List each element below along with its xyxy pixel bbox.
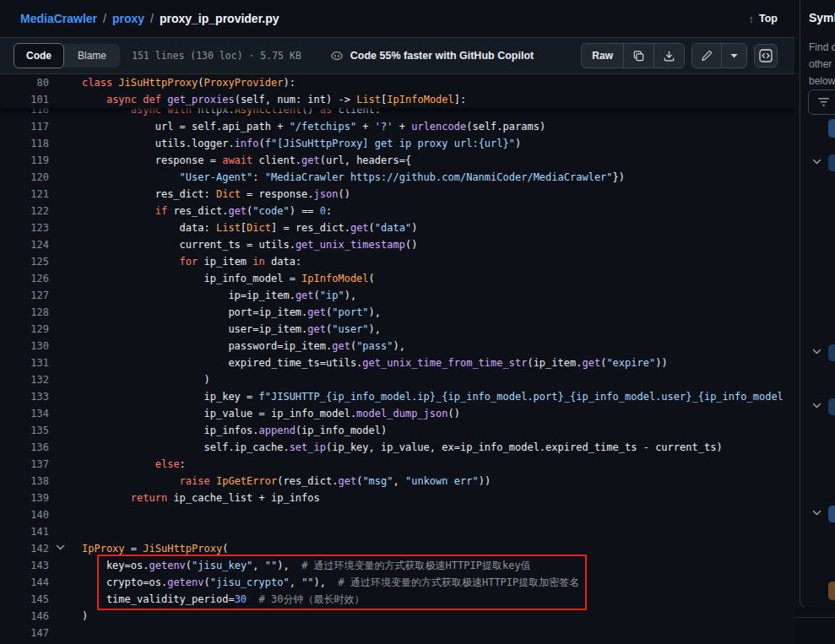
copilot-icon — [330, 49, 344, 62]
back-to-top-label: Top — [759, 13, 778, 24]
file-meta-info: 151 lines (130 loc) · 5.75 KB — [132, 50, 301, 62]
line-number[interactable]: 129 — [0, 321, 49, 338]
code-line: 142IpProxy = JiSuHttpProxy( — [0, 540, 794, 557]
code-line-content: res_dict: Dict = response.json() — [49, 186, 350, 203]
code-line-content: current_ts = utils.get_unix_timestamp() — [49, 236, 417, 253]
arrow-up-icon: ↑ — [749, 13, 755, 25]
line-number[interactable]: 119 — [0, 152, 49, 169]
code-line-content: ) — [49, 608, 88, 625]
raw-copy-download-group: Raw — [581, 43, 685, 68]
line-number[interactable]: 132 — [0, 371, 49, 388]
symbols-filter-input[interactable] — [808, 89, 835, 115]
collapse-chevron-icon[interactable] — [56, 544, 65, 551]
line-number[interactable]: 142 — [0, 540, 49, 557]
tab-code[interactable]: Code — [14, 43, 64, 68]
code-line: 129 user=ip_item.get("user"), — [0, 321, 794, 338]
breadcrumb-repo-link[interactable]: MediaCrawler — [20, 12, 97, 25]
line-number[interactable]: 140 — [0, 506, 49, 523]
code-line: 118 utils.logger.info(f"[JiSuHttpProxy] … — [0, 135, 794, 152]
symbol-chip[interactable] — [828, 154, 835, 171]
line-number[interactable]: 122 — [0, 203, 49, 219]
code-line: 141 — [0, 523, 794, 540]
breadcrumb-separator: / — [150, 12, 154, 25]
line-number[interactable]: 147 — [0, 625, 49, 641]
panel-footer-area — [794, 607, 835, 644]
edit-pencil-icon — [701, 50, 713, 62]
line-number[interactable]: 127 — [0, 287, 49, 304]
code-line: 147 — [0, 625, 794, 641]
code-lines: 116 async with httpx.AsyncClient() as cl… — [0, 101, 794, 641]
copilot-promo[interactable]: Code 55% faster with GitHub Copilot — [330, 49, 534, 62]
download-button[interactable] — [654, 44, 684, 68]
code-line: 132 ) — [0, 371, 794, 388]
edit-dropdown-button[interactable] — [722, 44, 746, 68]
line-number[interactable]: 137 — [0, 456, 49, 473]
line-number[interactable]: 121 — [0, 186, 49, 203]
breadcrumb-folder-link[interactable]: proxy — [112, 12, 144, 25]
symbol-chip[interactable] — [828, 119, 835, 138]
line-number[interactable]: 143 — [0, 557, 49, 574]
code-line-content: data: List[Dict] = res_dict.get("data") — [49, 219, 417, 236]
line-number[interactable]: 125 — [0, 253, 49, 270]
code-line-content: class JiSuHttpProxy(ProxyProvider): — [49, 74, 296, 91]
line-number[interactable]: 120 — [0, 169, 49, 186]
line-number[interactable]: 130 — [0, 338, 49, 354]
line-number[interactable]: 136 — [0, 439, 49, 456]
code-line: 80class JiSuHttpProxy(ProxyProvider): — [0, 74, 794, 91]
chevron-down-icon[interactable] — [812, 510, 821, 517]
line-number[interactable]: 117 — [0, 118, 49, 135]
code-line-content: ip_key = f"JISUHTTP_{ip_info_model.ip}_{… — [49, 388, 783, 405]
chevron-down-icon[interactable] — [812, 349, 821, 355]
line-number[interactable]: 128 — [0, 304, 49, 321]
line-number[interactable]: 144 — [0, 574, 49, 591]
line-number[interactable]: 145 — [0, 591, 49, 608]
code-line-content: time_validity_period=30 # 30分钟（最长时效） — [49, 591, 364, 608]
line-number[interactable]: 138 — [0, 473, 49, 490]
code-line: 122 if res_dict.get("code") == 0: — [0, 203, 794, 219]
code-line-content: ) — [49, 371, 210, 388]
line-number[interactable]: 124 — [0, 236, 49, 253]
download-icon — [663, 50, 675, 62]
symbols-panel-toggle-button[interactable] — [754, 44, 778, 68]
raw-button[interactable]: Raw — [582, 44, 624, 68]
line-number[interactable]: 141 — [0, 523, 49, 540]
symbol-chip[interactable] — [828, 398, 835, 415]
line-number[interactable]: 146 — [0, 608, 49, 625]
line-number[interactable]: 101 — [0, 91, 49, 108]
line-number[interactable]: 80 — [0, 74, 49, 91]
code-line: 140 — [0, 506, 794, 523]
code-line-content — [49, 506, 82, 523]
line-number[interactable]: 131 — [0, 354, 49, 371]
code-line: 101 async def get_proxies(self, num: int… — [0, 91, 794, 108]
symbol-chip[interactable] — [828, 582, 835, 600]
line-number[interactable]: 123 — [0, 219, 49, 236]
symbol-chip[interactable] — [828, 344, 835, 361]
code-line-content: crypto=os.getenv("jisu_crypto", ""), # 通… — [49, 574, 579, 591]
code-line: 131 expired_time_ts=utils.get_unix_time_… — [0, 354, 794, 371]
code-line-content: raise IpGetError(res_dict.get("msg", "un… — [49, 473, 491, 490]
line-number[interactable]: 118 — [0, 135, 49, 152]
symbols-panel-toggle-icon — [759, 49, 773, 62]
line-number[interactable]: 134 — [0, 405, 49, 422]
code-line-content: ip=ip_item.get("ip"), — [49, 287, 356, 304]
line-number[interactable]: 126 — [0, 270, 49, 287]
copy-raw-button[interactable] — [624, 44, 654, 68]
line-number[interactable]: 139 — [0, 490, 49, 506]
code-line: 121 res_dict: Dict = response.json() — [0, 186, 794, 203]
code-line: 125 for ip_item in data: — [0, 253, 794, 270]
dropdown-caret-icon — [730, 53, 738, 58]
tab-blame[interactable]: Blame — [64, 44, 120, 68]
code-line: 119 response = await client.get(url, hea… — [0, 152, 794, 169]
code-line: 138 raise IpGetError(res_dict.get("msg",… — [0, 473, 794, 490]
line-number[interactable]: 135 — [0, 422, 49, 439]
chevron-down-icon[interactable] — [812, 159, 821, 165]
code-viewer: 80class JiSuHttpProxy(ProxyProvider):101… — [0, 74, 794, 644]
file-toolbar: Code Blame 151 lines (130 loc) · 5.75 KB… — [0, 37, 794, 74]
code-line: 120 "User-Agent": "MediaCrawler https://… — [0, 169, 794, 186]
back-to-top-button[interactable]: ↑ Top — [749, 13, 778, 25]
edit-file-button[interactable] — [692, 44, 722, 68]
code-line-content: self.ip_cache.set_ip(ip_key, ip_value, e… — [49, 439, 723, 456]
chevron-down-icon[interactable] — [812, 403, 821, 409]
symbol-chip[interactable] — [828, 506, 835, 522]
line-number[interactable]: 133 — [0, 388, 49, 405]
